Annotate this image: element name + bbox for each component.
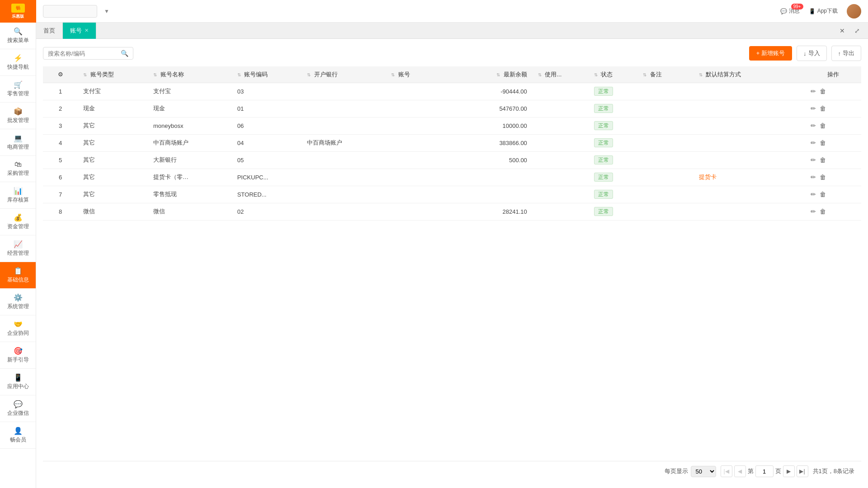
sidebar-item-purchase-mgmt[interactable]: 🛍 采购管理 xyxy=(0,156,36,182)
cell-type-7: 微信 xyxy=(78,203,148,220)
import-button[interactable]: ↓ 导入 xyxy=(797,46,827,61)
sidebar-item-system-mgmt[interactable]: ⚙️ 系统管理 xyxy=(0,289,36,315)
edit-icon-2[interactable]: ✏ xyxy=(811,122,816,129)
col-header-bank[interactable]: ⇅ 开户银行 xyxy=(302,66,386,83)
col-header-code[interactable]: ⇅ 账号编码 xyxy=(232,66,302,83)
col-header-settings[interactable]: ⚙ xyxy=(43,66,78,83)
page-next-button[interactable]: ▶ xyxy=(783,465,795,477)
search-input[interactable] xyxy=(48,50,121,57)
cell-remark-1 xyxy=(637,100,693,117)
edit-icon-3[interactable]: ✏ xyxy=(811,139,816,146)
cell-no-4: 5 xyxy=(43,151,78,169)
page-first-button[interactable]: |◀ xyxy=(721,465,732,477)
cell-use-1 xyxy=(533,100,589,117)
delete-icon-3[interactable]: 🗑 xyxy=(820,139,826,146)
search-box[interactable]: 🔍 xyxy=(43,47,133,60)
cell-remark-6 xyxy=(637,186,693,203)
sidebar-item-enterprise-agreement[interactable]: 🤝 企业协同 xyxy=(0,315,36,342)
sidebar-item-finance-mgmt[interactable]: 💰 资金管理 xyxy=(0,209,36,235)
sidebar-item-inventory[interactable]: 📊 库存核算 xyxy=(0,182,36,209)
page-input[interactable] xyxy=(755,465,774,477)
sidebar-item-wholesale-mgmt[interactable]: 📦 批发管理 xyxy=(0,103,36,129)
cell-status-2: 正常 xyxy=(589,117,637,134)
cell-code-1: 01 xyxy=(232,100,302,117)
user-avatar[interactable] xyxy=(847,4,861,19)
export-button[interactable]: ↑ 导出 xyxy=(831,46,862,61)
col-header-use[interactable]: ⇅ 使用... xyxy=(533,66,589,83)
page-last-button[interactable]: ▶| xyxy=(797,465,808,477)
delete-icon-4[interactable]: 🗑 xyxy=(820,156,826,164)
cell-type-1: 现金 xyxy=(78,100,148,117)
sidebar-item-business-mgmt[interactable]: 📈 经营管理 xyxy=(0,235,36,262)
app-download-button[interactable]: 📱 App下载 xyxy=(809,7,838,15)
col-header-name[interactable]: ⇅ 账号名称 xyxy=(148,66,232,83)
page-prev-button[interactable]: ◀ xyxy=(734,465,746,477)
cell-default-3 xyxy=(693,134,806,151)
cell-default-2 xyxy=(693,117,806,134)
cell-name-2: moneybosx xyxy=(148,117,232,134)
status-badge-6: 正常 xyxy=(594,190,613,199)
cell-name-7: 微信 xyxy=(148,203,232,220)
delete-icon-5[interactable]: 🗑 xyxy=(820,174,826,181)
col-header-account[interactable]: ⇅ 账号 xyxy=(386,66,456,83)
status-badge-3: 正常 xyxy=(594,138,613,147)
message-button[interactable]: 💬 消息 99+ xyxy=(780,7,800,15)
cell-bank-0 xyxy=(302,83,386,100)
sort-arrows-code: ⇅ xyxy=(237,72,241,77)
sidebar-item-new-guide[interactable]: 🎯 新手引导 xyxy=(0,342,36,369)
edit-icon-7[interactable]: ✏ xyxy=(811,208,816,215)
tab-account[interactable]: 账号 ✕ xyxy=(63,23,96,39)
edit-icon-6[interactable]: ✏ xyxy=(811,191,816,198)
tab-expand-button[interactable]: ⤢ xyxy=(851,24,863,37)
add-account-button[interactable]: + 新增账号 xyxy=(749,46,792,61)
page-navigation: |◀ ◀ 第 页 ▶ ▶| xyxy=(721,465,808,477)
delete-icon-7[interactable]: 🗑 xyxy=(820,208,826,215)
cell-status-5: 正常 xyxy=(589,169,637,186)
sidebar-item-ecommerce-mgmt[interactable]: 💻 电商管理 xyxy=(0,129,36,156)
sidebar-item-member[interactable]: 👤 畅会员 xyxy=(0,422,36,449)
cell-use-0 xyxy=(533,83,589,100)
search-icon[interactable]: 🔍 xyxy=(121,50,128,57)
col-header-status[interactable]: ⇅ 状态 xyxy=(589,66,637,83)
sidebar-item-app-center[interactable]: 📱 应用中心 xyxy=(0,369,36,395)
cell-use-7 xyxy=(533,203,589,220)
tab-account-label: 账号 xyxy=(70,27,82,35)
cell-action-0: ✏ 🗑 xyxy=(805,83,861,100)
cell-type-6: 其它 xyxy=(78,186,148,203)
cell-default-6 xyxy=(693,186,806,203)
header-dropdown-arrow[interactable]: ▼ xyxy=(104,8,109,14)
page-size-select[interactable]: 50 20 100 xyxy=(691,466,716,477)
cell-code-3: 04 xyxy=(232,134,302,151)
edit-icon-4[interactable]: ✏ xyxy=(811,156,816,164)
delete-icon-0[interactable]: 🗑 xyxy=(820,88,826,95)
edit-icon-1[interactable]: ✏ xyxy=(811,105,816,112)
cell-action-5: ✏ 🗑 xyxy=(805,169,861,186)
sidebar-item-quick-nav[interactable]: ⚡ 快捷导航 xyxy=(0,49,36,76)
tab-close-all-button[interactable]: ✕ xyxy=(836,24,849,37)
delete-icon-1[interactable]: 🗑 xyxy=(820,105,826,112)
sort-arrows-status: ⇅ xyxy=(594,72,598,77)
sort-arrows-account: ⇅ xyxy=(391,72,395,77)
tab-account-close[interactable]: ✕ xyxy=(85,28,89,33)
col-header-remark[interactable]: ⇅ 备注 xyxy=(637,66,693,83)
sidebar-item-basic-info[interactable]: 📋 基础信息 xyxy=(0,262,36,289)
col-header-type[interactable]: ⇅ 账号类型 xyxy=(78,66,148,83)
cell-balance-0: -90444.00 xyxy=(456,83,533,100)
tab-home[interactable]: 首页 xyxy=(36,23,63,39)
cell-type-0: 支付宝 xyxy=(78,83,148,100)
col-header-default[interactable]: ⇅ 默认结算方式 xyxy=(693,66,806,83)
cell-balance-3: 383866.00 xyxy=(456,134,533,151)
sidebar-item-enterprise-wechat[interactable]: 💬 企业微信 xyxy=(0,395,36,422)
edit-icon-5[interactable]: ✏ xyxy=(811,174,816,181)
cell-code-5: PICKUPC... xyxy=(232,169,302,186)
cell-bank-1 xyxy=(302,100,386,117)
sidebar-item-retail-mgmt[interactable]: 🛒 零售管理 xyxy=(0,76,36,103)
edit-icon-0[interactable]: ✏ xyxy=(811,88,816,95)
sidebar-item-search-menu[interactable]: 🔍 搜索菜单 xyxy=(0,23,36,49)
delete-icon-6[interactable]: 🗑 xyxy=(820,191,826,198)
header-search-input[interactable] xyxy=(43,5,97,18)
status-badge-0: 正常 xyxy=(594,87,613,96)
import-icon: ↓ xyxy=(803,50,807,57)
delete-icon-2[interactable]: 🗑 xyxy=(820,122,826,129)
col-header-balance[interactable]: ⇅ 最新余额 xyxy=(456,66,533,83)
